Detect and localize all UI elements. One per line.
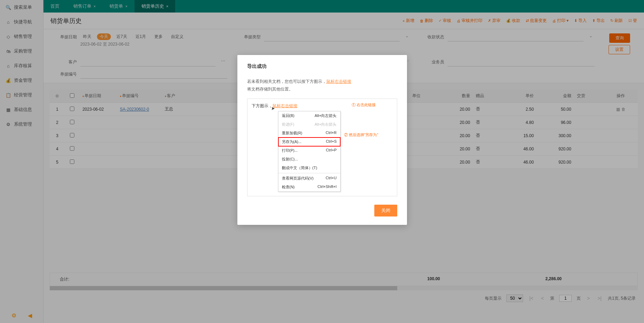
ctx-item: 翻成中文（简体）(T) bbox=[278, 164, 340, 172]
annotation-2: ② 然后选择"另存为" bbox=[344, 132, 378, 137]
ctx-item: 检查(N)Ctrl+Shift+I bbox=[278, 183, 340, 191]
modal-overlay[interactable]: 导出成功 若未看到相关文档，您也可以按下方图示，鼠标右击链接 将文档存储到其他位… bbox=[0, 0, 644, 323]
close-button[interactable]: 关闭 bbox=[374, 205, 397, 216]
ctx-item: 另存为(A)...Ctrl+S bbox=[278, 137, 340, 146]
example-link: 鼠标右击链接 bbox=[272, 103, 297, 108]
modal-link[interactable]: 鼠标右击链接 bbox=[326, 79, 351, 84]
modal-title: 导出成功 bbox=[247, 63, 397, 70]
annotation-1: ① 右击此链接 bbox=[352, 102, 376, 108]
context-menu-example: 返回(B)Alt+向左箭头前进(F)Alt+向右箭头重新加载(R)Ctrl+R另… bbox=[278, 111, 341, 192]
ctx-item: 投射(C)... bbox=[278, 155, 340, 164]
export-success-modal: 导出成功 若未看到相关文档，您也可以按下方图示，鼠标右击链接 将文档存储到其他位… bbox=[237, 55, 407, 225]
ctx-item: 前进(F)Alt+向右箭头 bbox=[278, 120, 340, 129]
ctx-item: 查看网页源代码(V)Ctrl+U bbox=[278, 174, 340, 183]
ctx-item: 打印(P)...Ctrl+P bbox=[278, 146, 340, 155]
ctx-item: 返回(B)Alt+向左箭头 bbox=[278, 111, 340, 120]
modal-text: 若未看到相关文档，您也可以按下方图示，鼠标右击链接 将文档存储到其他位置。 bbox=[247, 78, 397, 93]
ctx-item: 重新加载(R)Ctrl+R bbox=[278, 129, 340, 137]
cursor-icon: ➤ bbox=[271, 106, 275, 111]
modal-illustration: 下方图示，鼠标右击链接 ➤ ① 右击此链接 ② 然后选择"另存为" 返回(B)A… bbox=[247, 99, 397, 196]
